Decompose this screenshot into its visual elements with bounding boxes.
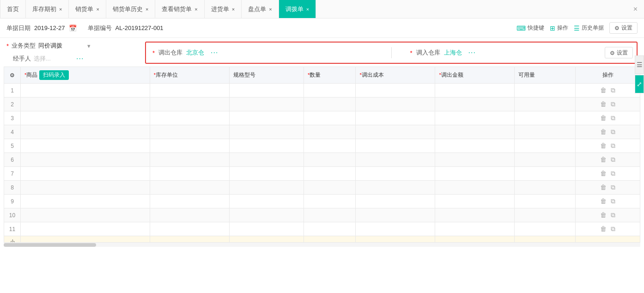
cost-cell-3[interactable] [356,111,435,125]
available-cell-5[interactable] [515,139,576,153]
close-tab-view-sales[interactable]: × [194,6,197,12]
tab-inventory-init[interactable]: 库存期初 × [26,0,69,18]
delete-row-7[interactable]: 🗑 [600,170,607,177]
close-tab-sales-history[interactable]: × [146,6,148,12]
product-cell-9[interactable] [21,195,150,208]
close-tab-transfer[interactable]: × [306,6,309,12]
handler-value[interactable]: 选择... [34,55,71,63]
amount-cell-5[interactable] [435,139,515,153]
qty-cell-6[interactable] [304,153,356,167]
tab-purchase[interactable]: 进货单 × [205,0,242,18]
copy-row-8[interactable]: ⧉ [611,183,615,191]
unit-cell-11[interactable] [150,222,229,236]
settings-button[interactable]: ⚙ 设置 [609,22,638,34]
qty-cell-9[interactable] [304,195,356,208]
spec-cell-10[interactable] [229,208,304,222]
spec-cell-4[interactable] [229,125,304,139]
delete-row-5[interactable]: 🗑 [600,142,607,149]
close-tab-inventory-init[interactable]: × [59,6,62,12]
copy-row-2[interactable]: ⧉ [611,100,615,108]
amount-cell-8[interactable] [435,181,515,195]
tab-transfer[interactable]: 调拨单 × [279,0,316,18]
copy-row-5[interactable]: ⧉ [611,142,615,149]
product-cell-4[interactable] [21,125,150,139]
tab-inventory[interactable]: 盘点单 × [242,0,279,18]
copy-row-10[interactable]: ⧉ [611,211,615,219]
copy-row-7[interactable]: ⧉ [611,170,615,177]
delete-row-11[interactable]: 🗑 [600,225,607,232]
side-expand-icon[interactable]: ⤢ [635,75,644,93]
amount-cell-2[interactable] [435,98,515,111]
copy-row-11[interactable]: ⧉ [611,225,615,232]
spec-cell-6[interactable] [229,153,304,167]
warehouse-settings-button[interactable]: ⚙ 设置 [605,47,633,59]
unit-cell-2[interactable] [150,98,229,111]
unit-cell-5[interactable] [150,139,229,153]
spec-cell-11[interactable] [229,222,304,236]
available-cell-10[interactable] [515,208,576,222]
spec-cell-5[interactable] [229,139,304,153]
delete-row-8[interactable]: 🗑 [600,183,607,191]
available-cell-4[interactable] [515,125,576,139]
close-tab-sales-order[interactable]: × [96,6,99,12]
available-cell-6[interactable] [515,153,576,167]
calendar-icon[interactable]: 📅 [69,24,77,32]
qty-cell-4[interactable] [304,125,356,139]
product-cell-3[interactable] [21,111,150,125]
amount-cell-3[interactable] [435,111,515,125]
shortcuts-button[interactable]: ⌨ 快捷键 [516,24,544,32]
operations-button[interactable]: ⊞ 操作 [550,24,568,32]
delete-row-3[interactable]: 🗑 [600,114,607,122]
copy-row-4[interactable]: ⧉ [611,128,615,135]
available-cell-2[interactable] [515,98,576,111]
delete-row-9[interactable]: 🗑 [600,197,607,205]
transfer-in-value[interactable]: 上海仓 [444,49,462,57]
qty-cell-3[interactable] [304,111,356,125]
spec-cell-9[interactable] [229,195,304,208]
spec-cell-8[interactable] [229,181,304,195]
qty-cell-7[interactable] [304,167,356,181]
available-cell-8[interactable] [515,181,576,195]
close-tab-inventory[interactable]: × [269,6,272,12]
available-cell-11[interactable] [515,222,576,236]
biz-type-dropdown-icon[interactable]: ▾ [87,43,91,49]
scrollbar-thumb[interactable] [4,243,96,247]
copy-row-9[interactable]: ⧉ [611,197,615,205]
horizontal-scrollbar[interactable] [4,242,640,247]
amount-cell-1[interactable] [435,84,515,98]
handler-more-icon[interactable]: ··· [76,55,84,63]
cost-cell-5[interactable] [356,139,435,153]
transfer-out-value[interactable]: 北京仓 [186,49,204,57]
cost-cell-11[interactable] [356,222,435,236]
unit-cell-6[interactable] [150,153,229,167]
copy-row-6[interactable]: ⧉ [611,156,615,163]
product-cell-6[interactable] [21,153,150,167]
qty-cell-2[interactable] [304,98,356,111]
cost-cell-10[interactable] [356,208,435,222]
delete-row-10[interactable]: 🗑 [600,211,607,219]
col-gear[interactable]: ⚙ [4,67,21,84]
unit-cell-7[interactable] [150,167,229,181]
transfer-out-more-icon[interactable]: ··· [211,49,218,57]
delete-row-6[interactable]: 🗑 [600,156,607,163]
cost-cell-1[interactable] [356,84,435,98]
close-tab-purchase[interactable]: × [232,6,235,12]
tab-sales-history[interactable]: 销货单历史 × [106,0,155,18]
tab-view-sales[interactable]: 查看销货单 × [155,0,204,18]
qty-cell-10[interactable] [304,208,356,222]
cost-cell-6[interactable] [356,153,435,167]
amount-cell-11[interactable] [435,222,515,236]
scan-button[interactable]: 扫码录入 [39,70,69,80]
qty-cell-11[interactable] [304,222,356,236]
qty-cell-1[interactable] [304,84,356,98]
spec-cell-1[interactable] [229,84,304,98]
spec-cell-2[interactable] [229,98,304,111]
product-cell-8[interactable] [21,181,150,195]
product-cell-11[interactable] [21,222,150,236]
unit-cell-4[interactable] [150,125,229,139]
product-cell-7[interactable] [21,167,150,181]
amount-cell-6[interactable] [435,153,515,167]
delete-row-1[interactable]: 🗑 [600,86,607,94]
copy-row-3[interactable]: ⧉ [611,114,615,122]
unit-cell-10[interactable] [150,208,229,222]
